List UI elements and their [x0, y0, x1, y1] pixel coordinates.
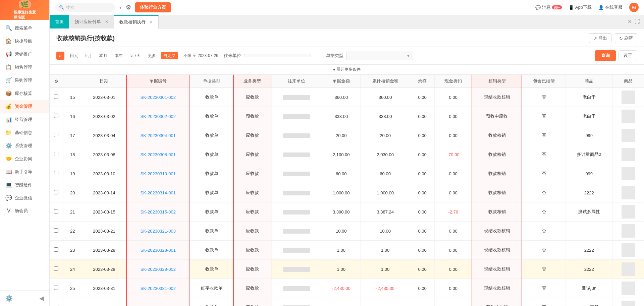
search-box[interactable]: 🔍 搜索: [55, 3, 115, 12]
row-no-3: 18: [63, 145, 82, 164]
row-cb-6[interactable]: [54, 209, 58, 213]
sidebar-item-system[interactable]: ⚙️ 系统管理: [0, 139, 49, 152]
date-custom-btn[interactable]: 自定义: [161, 52, 178, 59]
tab-receipt-exec[interactable]: 收款核销执行 ✕: [114, 15, 159, 28]
row-doc-amount-0: 360.00: [322, 88, 361, 107]
topbar-settings-icon[interactable]: ⚙: [126, 4, 131, 11]
row-checkbox-11[interactable]: [50, 298, 63, 306]
query-button[interactable]: 查询: [595, 50, 616, 61]
doc-no-link-5[interactable]: SK-20230314-001: [140, 190, 176, 195]
row-goods2-11: [612, 298, 644, 306]
sidebar-item-marketing[interactable]: 📢 营销推广: [0, 48, 49, 61]
row-cb-3[interactable]: [54, 152, 58, 156]
operations-icon: 📊: [5, 116, 12, 123]
col-date: 日期: [82, 75, 126, 88]
table-row: 22 2023-03-21 SK-20230321-003 收款单 应收款 10…: [50, 222, 644, 241]
user-avatar[interactable]: Rit: [629, 3, 639, 12]
date-prev-month[interactable]: 上月: [81, 52, 95, 59]
row-cb-8[interactable]: [54, 247, 58, 252]
online-service-item[interactable]: 👤 在线客服: [598, 4, 623, 10]
date-this-year[interactable]: 本年: [112, 52, 125, 59]
doc-no-link-2[interactable]: SK-20230304-001: [140, 133, 176, 138]
filter-toggle-button[interactable]: »: [56, 52, 64, 60]
doc-no-link-9[interactable]: SK-20230328-002: [140, 267, 176, 272]
col-cash-discount: 现金折扣: [435, 75, 472, 88]
hardware-icon: 💻: [5, 182, 12, 188]
export-button[interactable]: ↗ 导出: [589, 33, 611, 43]
expand-more-bar[interactable]: ▾ 展开更多条件: [50, 65, 644, 75]
doc-no-link-8[interactable]: SK-20230328-001: [140, 248, 176, 253]
row-checkbox-2[interactable]: [50, 126, 63, 145]
row-cb-9[interactable]: [54, 266, 58, 271]
tab-receivable-close[interactable]: ✕: [105, 19, 108, 24]
row-goods-1: 老白干: [566, 107, 612, 126]
tab-receipt-exec-close[interactable]: ✕: [150, 20, 153, 24]
doc-no-link-11[interactable]: SK-20230403-002: [140, 305, 176, 306]
settings-icon[interactable]: ⚙️: [5, 295, 13, 302]
doc-type-label: 单据类型: [326, 53, 343, 59]
sidebar-item-wechat[interactable]: 💬 企业微信: [0, 191, 49, 204]
date-more[interactable]: 更多: [145, 52, 159, 59]
row-checkbox-9[interactable]: [50, 260, 63, 279]
chevron-down-icon: ▾: [407, 53, 410, 58]
doc-no-link-6[interactable]: SK-20230315-002: [140, 209, 176, 215]
sidebar-item-hardware[interactable]: 💻 智能硬件: [0, 178, 49, 191]
sidebar-item-sales[interactable]: 📋 销售管理: [0, 61, 49, 74]
page-header: 收款核销执行(按收款) ↗ 导出 ↻ 刷新: [50, 28, 644, 47]
doc-type-select[interactable]: ▾: [346, 52, 413, 60]
row-cb-11[interactable]: [54, 305, 58, 306]
row-cb-2[interactable]: [54, 133, 58, 137]
tab-close-all-icon[interactable]: ✕: [628, 18, 632, 25]
row-checkbox-1[interactable]: [50, 107, 63, 126]
collapse-icon[interactable]: ◀: [39, 295, 44, 302]
sidebar-item-search[interactable]: 🔍 搜索菜单: [0, 21, 49, 35]
sidebar-item-basic-info[interactable]: 📁 基础信息: [0, 126, 49, 139]
row-checkbox-3[interactable]: [50, 145, 63, 164]
row-checkbox-8[interactable]: [50, 241, 63, 260]
row-cb-4[interactable]: [54, 171, 58, 175]
doc-no-link-0[interactable]: SK-20230301-002: [140, 95, 176, 100]
date-7days[interactable]: 近7天: [127, 52, 143, 59]
row-checkbox-6[interactable]: [50, 202, 63, 222]
doc-no-link-1[interactable]: SK-20230302-002: [140, 114, 176, 119]
sidebar-item-member[interactable]: V 畅会员: [0, 204, 49, 217]
row-doc-type-5: 收款单: [190, 183, 234, 202]
doc-no-link-3[interactable]: SK-20230308-001: [140, 152, 176, 157]
row-include-settled-9: 否: [522, 260, 566, 279]
tab-expand-icon[interactable]: ⛶: [635, 19, 640, 25]
partner-input[interactable]: [244, 54, 311, 57]
sidebar-item-quick-nav[interactable]: 🏠 快捷导航: [0, 35, 49, 48]
sidebar-item-operations[interactable]: 📊 经营管理: [0, 113, 49, 126]
tab-receivable[interactable]: 预计应应付单 ✕: [69, 15, 114, 28]
sidebar-item-purchase[interactable]: 🛒 采购管理: [0, 74, 49, 87]
sidebar-item-inventory[interactable]: 📦 库存核算: [0, 87, 49, 100]
sidebar-item-guide[interactable]: 📖 新手引导: [0, 165, 49, 178]
message-item[interactable]: 💬 消息 99+: [535, 4, 562, 10]
row-checkbox-0[interactable]: [50, 88, 63, 107]
tab-home[interactable]: 首页: [50, 15, 69, 28]
row-checkbox-7[interactable]: [50, 222, 63, 241]
row-cb-10[interactable]: [54, 286, 58, 290]
refresh-button[interactable]: ↻ 刷新: [615, 33, 637, 43]
enterprise-icon: 🤝: [5, 156, 12, 162]
solution-button[interactable]: 体验行业方案: [135, 2, 171, 12]
row-checkbox-5[interactable]: [50, 183, 63, 202]
date-this-month[interactable]: 本月: [97, 52, 110, 59]
sidebar-item-capital[interactable]: 💰 资金管理: [0, 100, 49, 113]
settings-filter-button[interactable]: 设置: [619, 50, 637, 61]
doc-no-link-10[interactable]: SK-20230331-002: [140, 286, 176, 291]
row-balance-2: 0.00: [410, 126, 435, 145]
col-settings[interactable]: ⚙: [50, 75, 63, 88]
row-cb-5[interactable]: [54, 190, 58, 194]
sidebar-item-enterprise[interactable]: 🤝 企业协同: [0, 152, 49, 165]
app-download-item[interactable]: 📱 App下载: [569, 4, 592, 10]
doc-no-link-4[interactable]: SK-20230310-001: [140, 171, 176, 176]
row-biz-type-7: 应收款: [233, 222, 271, 241]
row-cb-7[interactable]: [54, 228, 58, 233]
table-row: 25 2023-03-31 SK-20230331-002 红字收款单 应收款 …: [50, 279, 644, 298]
doc-no-link-7[interactable]: SK-20230321-003: [140, 229, 176, 234]
row-checkbox-4[interactable]: [50, 164, 63, 183]
row-cb-1[interactable]: [54, 114, 58, 118]
row-checkbox-10[interactable]: [50, 279, 63, 298]
row-cb-0[interactable]: [54, 95, 58, 99]
